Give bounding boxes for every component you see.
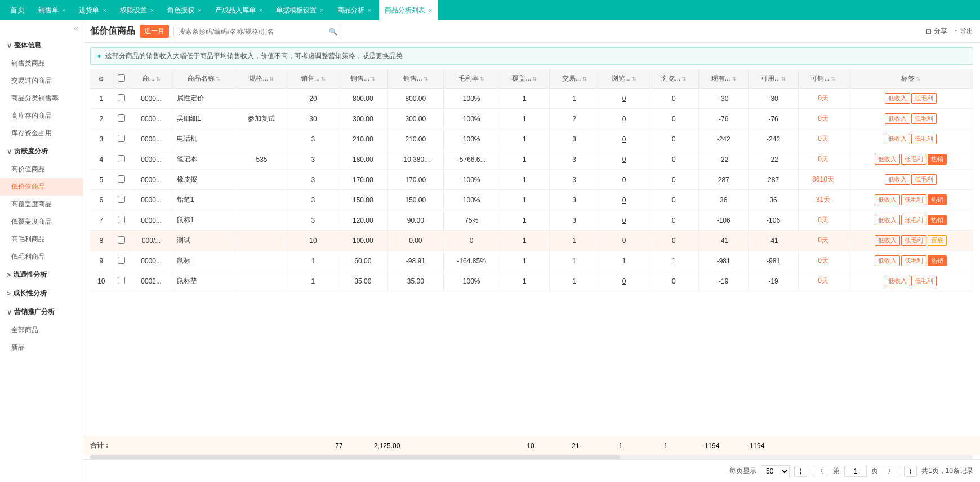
row-checkbox-cell[interactable] (113, 170, 130, 190)
search-icon[interactable]: 🔍 (329, 28, 337, 36)
col-q2[interactable]: 销售...⇅ (338, 69, 387, 89)
col-coverage[interactable]: 覆盖...⇅ (500, 69, 549, 89)
layout: « ∨ 整体信息 销售类商品 交易过的商品 商品分类销售率 高库存的商品 库存资… (0, 20, 980, 482)
share-btn[interactable]: ⊡ 分享 (926, 26, 947, 36)
row-checkbox-cell[interactable] (113, 251, 130, 271)
row-checkbox[interactable] (118, 257, 125, 264)
row-browse1[interactable]: 0 (599, 210, 649, 231)
row-browse1[interactable]: 0 (599, 190, 649, 210)
row-browse1[interactable]: 0 (599, 129, 649, 149)
nav-tab-7[interactable]: 商品分析列表 × (379, 0, 438, 20)
row-checkbox[interactable] (118, 236, 125, 244)
col-gear[interactable]: ⚙ (90, 69, 113, 89)
select-all-checkbox[interactable] (118, 74, 125, 82)
row-checkbox-cell[interactable] (113, 190, 130, 210)
sidebar-item-low-coverage[interactable]: 低覆盖度商品 (0, 213, 83, 231)
row-checkbox[interactable] (118, 175, 125, 183)
row-checkbox[interactable] (118, 94, 125, 101)
col-stock1[interactable]: 现有...⇅ (699, 69, 749, 89)
nav-tab-4[interactable]: 产成品入库单 × (210, 0, 268, 20)
page-input[interactable] (844, 466, 867, 477)
search-input[interactable] (179, 28, 329, 36)
sidebar-item-high-stock[interactable]: 高库存的商品 (0, 107, 83, 125)
col-stock3[interactable]: 可销...⇅ (798, 69, 848, 89)
prev-page-btn[interactable]: 〈 (812, 465, 828, 477)
row-checkbox-cell[interactable] (113, 210, 130, 231)
sidebar-item-low-value[interactable]: 低价值商品 (0, 178, 83, 196)
col-name[interactable]: 商品名称⇅ (173, 69, 235, 89)
gear-icon[interactable]: ⚙ (98, 75, 104, 83)
row-browse1[interactable]: 0 (599, 149, 649, 170)
sidebar-item-traded[interactable]: 交易过的商品 (0, 72, 83, 90)
table-wrapper[interactable]: ⚙ 商...⇅ 商品名称⇅ 规格...⇅ 销售...⇅ 销售...⇅ 销售...… (83, 69, 980, 436)
next-page-btn[interactable]: 〉 (883, 465, 899, 477)
sidebar-group-overall[interactable]: ∨ 整体信息 (0, 36, 83, 55)
sidebar-item-high-value[interactable]: 高价值商品 (0, 161, 83, 178)
col-stock2[interactable]: 可用...⇅ (749, 69, 798, 89)
col-q3[interactable]: 销售...⇅ (388, 69, 444, 89)
per-page-select[interactable]: 50 20 100 (761, 465, 790, 477)
close-icon[interactable]: × (259, 7, 262, 14)
col-browse1[interactable]: 浏览...⇅ (599, 69, 649, 89)
first-page-btn[interactable]: ⟨ (794, 466, 807, 477)
nav-tab-3[interactable]: 角色授权 × (162, 0, 207, 20)
export-btn[interactable]: ↑ 导出 (954, 26, 973, 36)
row-browse1[interactable]: 0 (599, 271, 649, 291)
row-browse1[interactable]: 0 (599, 109, 649, 129)
row-checkbox-cell[interactable] (113, 129, 130, 149)
nav-tab-6[interactable]: 商品分析 × (332, 0, 377, 20)
row-browse1[interactable]: 0 (599, 231, 649, 251)
col-checkbox[interactable] (113, 69, 130, 89)
row-checkbox-cell[interactable] (113, 149, 130, 170)
col-trade[interactable]: 交易...⇅ (549, 69, 599, 89)
row-checkbox-cell[interactable] (113, 109, 130, 129)
row-checkbox-cell[interactable] (113, 89, 130, 109)
sidebar-item-category-rate[interactable]: 商品分类销售率 (0, 90, 83, 107)
sidebar-item-high-coverage[interactable]: 高覆盖度商品 (0, 196, 83, 213)
sidebar-item-high-profit[interactable]: 高毛利商品 (0, 231, 83, 248)
close-icon[interactable]: × (150, 7, 154, 14)
row-checkbox[interactable] (118, 114, 125, 122)
nav-tab-5[interactable]: 单据模板设置 × (270, 0, 329, 20)
last-page-btn[interactable]: ⟩ (904, 466, 917, 477)
row-browse1[interactable]: 1 (599, 251, 649, 271)
sidebar-item-sales-category[interactable]: 销售类商品 (0, 55, 83, 72)
share-icon: ⊡ (926, 28, 932, 36)
sidebar-item-low-profit[interactable]: 低毛利商品 (0, 248, 83, 266)
nav-tab-0[interactable]: 销售单 × (33, 0, 71, 20)
close-icon[interactable]: × (103, 7, 106, 14)
row-browse1[interactable]: 0 (599, 89, 649, 109)
row-checkbox[interactable] (118, 135, 125, 142)
sidebar-group-flow[interactable]: > 流通性分析 (0, 266, 83, 284)
col-browse2[interactable]: 浏览...⇅ (649, 69, 698, 89)
sidebar-group-marketing[interactable]: ∨ 营销推广分析 (0, 303, 83, 321)
row-stock1: 287 (699, 170, 749, 190)
sidebar-collapse-btn[interactable]: « (74, 24, 78, 33)
close-icon[interactable]: × (368, 7, 371, 14)
col-code[interactable]: 商...⇅ (130, 69, 173, 89)
sidebar-item-new-products[interactable]: 新品 (0, 339, 83, 356)
close-icon[interactable]: × (429, 7, 432, 14)
row-checkbox[interactable] (118, 216, 125, 223)
row-checkbox[interactable] (118, 196, 125, 203)
col-rate[interactable]: 毛利率⇅ (443, 69, 500, 89)
row-checkbox-cell[interactable] (113, 271, 130, 291)
row-browse1[interactable]: 0 (599, 170, 649, 190)
row-checkbox[interactable] (118, 155, 125, 162)
close-icon[interactable]: × (320, 7, 323, 14)
col-spec[interactable]: 规格...⇅ (235, 69, 288, 89)
close-icon[interactable]: × (62, 7, 65, 14)
col-q1[interactable]: 销售...⇅ (288, 69, 338, 89)
nav-home[interactable]: 首页 (5, 0, 30, 20)
sidebar-item-all-products[interactable]: 全部商品 (0, 321, 83, 339)
sidebar-item-stock-fund[interactable]: 库存资金占用 (0, 125, 83, 142)
close-icon[interactable]: × (198, 7, 201, 14)
date-filter-btn[interactable]: 近一月 (140, 25, 169, 38)
sidebar-group-growth[interactable]: > 成长性分析 (0, 284, 83, 303)
row-checkbox[interactable] (118, 277, 125, 284)
col-tags[interactable]: 标签⇅ (848, 69, 973, 89)
sidebar-group-contribution[interactable]: ∨ 贡献度分析 (0, 142, 83, 161)
nav-tab-1[interactable]: 进货单 × (73, 0, 112, 20)
row-checkbox-cell[interactable] (113, 231, 130, 251)
nav-tab-2[interactable]: 权限设置 × (114, 0, 159, 20)
